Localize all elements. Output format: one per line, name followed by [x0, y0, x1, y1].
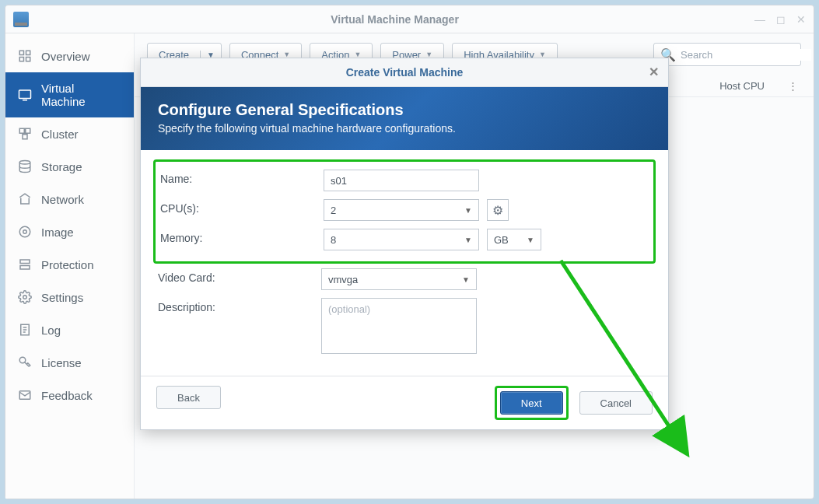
sidebar-item-label: Image: [41, 226, 74, 239]
svg-rect-12: [20, 260, 30, 264]
back-button[interactable]: Back: [156, 386, 221, 409]
svg-rect-3: [26, 58, 30, 61]
column-menu-icon[interactable]: ⋮: [788, 80, 798, 92]
close-icon[interactable]: ✕: [649, 65, 659, 79]
sidebar-item-feedback[interactable]: Feedback: [5, 379, 134, 411]
sidebar-item-protection[interactable]: Protection: [5, 248, 134, 281]
svg-rect-2: [19, 58, 23, 61]
svg-rect-6: [19, 128, 24, 133]
modal-sub: Specify the following virtual machine ha…: [158, 122, 651, 135]
svg-rect-0: [19, 51, 23, 54]
sidebar-item-network[interactable]: Network: [5, 183, 134, 215]
name-input[interactable]: [324, 170, 479, 191]
app-window: Virtual Machine Manager — ◻ ✕ Overview V…: [5, 5, 814, 499]
svg-point-11: [23, 230, 27, 234]
svg-point-9: [19, 161, 30, 165]
col-host-cpu[interactable]: Host CPU: [719, 80, 765, 92]
image-icon: [18, 225, 32, 239]
cpu-select[interactable]: 2▼: [324, 199, 479, 221]
network-icon: [18, 192, 32, 206]
close-button[interactable]: ✕: [796, 13, 806, 26]
svg-rect-7: [26, 128, 30, 133]
sidebar-item-label: Network: [41, 193, 84, 206]
search-input[interactable]: [681, 49, 811, 61]
cancel-button[interactable]: Cancel: [579, 391, 653, 415]
highlight-annotation: Name: CPU(s): 2▼ ⚙ Memory: 8▼ GB▼: [153, 159, 656, 264]
storage-icon: [18, 159, 32, 173]
sidebar-item-label: Feedback: [41, 389, 93, 402]
modal-title: Create Virtual Machine: [346, 66, 464, 79]
modal-heading: Configure General Specifications: [158, 101, 651, 119]
cpu-settings-button[interactable]: ⚙: [487, 199, 509, 221]
name-label: Name:: [160, 170, 324, 185]
feedback-icon: [18, 388, 32, 402]
cpu-label: CPU(s):: [160, 199, 324, 215]
sidebar-item-label: Protection: [41, 258, 94, 271]
sidebar-item-label: Log: [41, 324, 61, 337]
license-icon: [18, 355, 32, 369]
svg-rect-13: [20, 266, 30, 270]
vm-icon: [18, 88, 32, 102]
settings-icon: [18, 290, 32, 304]
sidebar-item-label: Storage: [41, 160, 82, 173]
video-select[interactable]: vmvga▼: [321, 268, 477, 290]
svg-rect-8: [23, 135, 27, 139]
search-box[interactable]: 🔍: [653, 43, 801, 66]
highlight-annotation: Next: [495, 386, 569, 420]
sidebar: Overview Virtual Machine Cluster Storage…: [5, 33, 135, 499]
window-controls: — ◻ ✕: [754, 13, 806, 26]
modal-title-bar: Create Virtual Machine ✕: [141, 58, 668, 87]
create-vm-modal: Create Virtual Machine ✕ Configure Gener…: [140, 58, 669, 430]
sidebar-item-cluster[interactable]: Cluster: [5, 117, 134, 150]
memory-unit-select[interactable]: GB▼: [487, 229, 541, 250]
sidebar-item-image[interactable]: Image: [5, 215, 134, 248]
sidebar-item-license[interactable]: License: [5, 346, 134, 379]
sidebar-item-overview[interactable]: Overview: [5, 40, 134, 72]
video-label: Video Card:: [158, 268, 321, 284]
modal-footer: Back Next Cancel: [141, 376, 668, 429]
protection-icon: [18, 257, 32, 271]
chevron-down-icon: ▼: [527, 236, 534, 244]
memory-label: Memory:: [160, 229, 324, 244]
sidebar-item-storage[interactable]: Storage: [5, 150, 134, 183]
cluster-icon: [18, 127, 32, 141]
next-button[interactable]: Next: [500, 391, 563, 415]
svg-rect-1: [26, 51, 30, 54]
chevron-down-icon: ▼: [464, 236, 472, 244]
sidebar-item-settings[interactable]: Settings: [5, 281, 134, 313]
overview-icon: [18, 49, 32, 63]
description-label: Description:: [158, 298, 321, 313]
sidebar-item-log[interactable]: Log: [5, 313, 134, 346]
sidebar-item-label: Cluster: [41, 128, 79, 141]
minimize-button[interactable]: —: [754, 13, 765, 26]
gear-icon: ⚙: [492, 203, 503, 218]
sidebar-item-virtual-machine[interactable]: Virtual Machine: [5, 72, 134, 117]
sidebar-item-label: Settings: [41, 291, 83, 304]
chevron-down-icon: ▼: [462, 275, 470, 284]
modal-header: Configure General Specifications Specify…: [141, 87, 668, 150]
app-icon: [13, 12, 29, 27]
log-icon: [18, 323, 32, 337]
sidebar-item-label: Overview: [41, 50, 90, 63]
memory-select[interactable]: 8▼: [324, 229, 479, 250]
description-textarea[interactable]: [321, 298, 477, 354]
svg-point-10: [19, 226, 30, 237]
title-bar: Virtual Machine Manager — ◻ ✕: [5, 5, 814, 33]
svg-rect-4: [19, 90, 31, 99]
chevron-down-icon: ▼: [464, 206, 472, 215]
svg-point-14: [23, 296, 27, 299]
sidebar-item-label: Virtual Machine: [41, 82, 121, 108]
window-title: Virtual Machine Manager: [35, 13, 754, 26]
maximize-button[interactable]: ◻: [776, 13, 786, 26]
sidebar-item-label: License: [41, 356, 82, 369]
